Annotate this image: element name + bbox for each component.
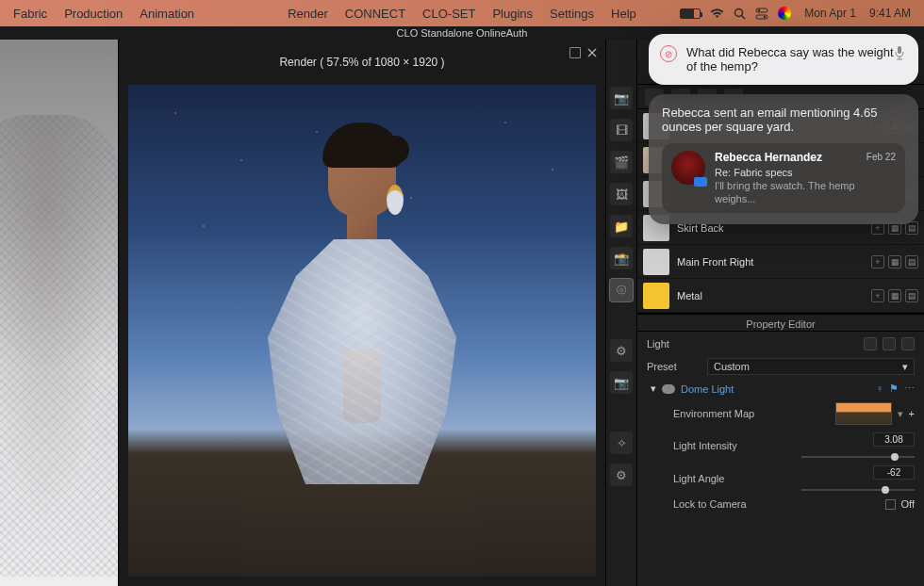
render-header: Render ( 57.5% of 1080 × 1920 ) bbox=[119, 40, 605, 85]
siri-question-text: What did Rebecca say was the weight of t… bbox=[686, 45, 905, 73]
menu-fabric[interactable]: Fabric bbox=[13, 7, 47, 21]
preset-dropdown[interactable]: Custom ▾ bbox=[707, 358, 915, 375]
tool-camera2-icon[interactable]: 📷 bbox=[610, 371, 633, 394]
add-icon[interactable]: + bbox=[871, 255, 884, 269]
render-title: Render ( 57.5% of 1080 × 1920 ) bbox=[279, 56, 444, 69]
mac-menubar: Fabric Production Animation Render CONNE… bbox=[0, 0, 924, 26]
reset-icon[interactable] bbox=[901, 337, 915, 350]
menubar-status: Mon Apr 1 9:41 AM bbox=[680, 7, 911, 20]
object-thumbnail bbox=[643, 249, 669, 275]
render-popout-icon[interactable] bbox=[569, 47, 581, 58]
menu-production[interactable]: Production bbox=[64, 7, 123, 21]
tool-film-icon[interactable]: 🎞 bbox=[610, 119, 633, 141]
email-subject: Re: Fabric specs bbox=[715, 166, 896, 179]
dome-light-row[interactable]: ▾ Dome Light ♀ ⚑ ⋯ bbox=[647, 383, 915, 395]
dome-light-label: Dome Light bbox=[681, 383, 734, 395]
microphone-icon[interactable] bbox=[892, 45, 907, 60]
tool-gear-icon[interactable]: ⚙ bbox=[610, 339, 633, 362]
env-map-add-icon[interactable]: + bbox=[909, 408, 915, 419]
svg-point-4 bbox=[758, 8, 760, 10]
panel-popout-icon[interactable] bbox=[103, 43, 114, 55]
flag-icon[interactable]: ⚑ bbox=[889, 383, 899, 395]
more-icon[interactable]: ▤ bbox=[905, 289, 918, 302]
email-date: Feb 22 bbox=[866, 151, 896, 163]
add-icon[interactable]: + bbox=[871, 289, 884, 302]
search-icon[interactable] bbox=[734, 8, 746, 20]
menu-closet[interactable]: CLO-SET bbox=[422, 7, 475, 21]
siri-icon[interactable] bbox=[778, 7, 791, 20]
menu-connect[interactable]: CONNECT bbox=[345, 7, 405, 21]
email-sender: Rebecca Hernandez bbox=[715, 151, 822, 164]
object-thumbnail bbox=[643, 283, 669, 309]
avatar bbox=[671, 151, 705, 185]
tool-clapper-icon[interactable]: 🎬 bbox=[610, 151, 633, 173]
object-name: Metal bbox=[677, 290, 864, 301]
render-panel: Render ( 57.5% of 1080 × 1920 ) bbox=[119, 40, 605, 586]
property-editor-title: Property Editor bbox=[637, 313, 924, 332]
object-row[interactable]: Metal + ▦ ▤ bbox=[637, 279, 924, 313]
save-icon[interactable] bbox=[883, 337, 896, 350]
tool-image-icon[interactable]: 🖼 bbox=[610, 183, 633, 205]
more-icon[interactable]: ▤ bbox=[905, 255, 918, 269]
siri-prohibit-icon: ⊘ bbox=[660, 45, 677, 62]
light-intensity-label: Light Intensity bbox=[647, 440, 760, 451]
object-row[interactable]: Main Front Right + ▦ ▤ bbox=[637, 245, 924, 279]
env-map-edit-icon[interactable]: ▾ bbox=[898, 408, 903, 420]
open-icon[interactable] bbox=[864, 337, 877, 350]
env-map-label: Environment Map bbox=[647, 408, 760, 419]
light-intensity-slider[interactable] bbox=[801, 456, 915, 458]
menu-help[interactable]: Help bbox=[611, 7, 636, 21]
tool-snapshot-icon[interactable]: 📸 bbox=[610, 247, 633, 269]
env-map-thumbnail[interactable] bbox=[835, 402, 892, 425]
menubar-center-menus: Render CONNECT CLO-SET Plugins Settings … bbox=[288, 7, 636, 21]
svg-point-5 bbox=[764, 15, 766, 17]
svg-point-0 bbox=[735, 8, 743, 16]
siri-email-result[interactable]: Rebecca HernandezFeb 22 Re: Fabric specs… bbox=[662, 143, 905, 213]
close-icon[interactable] bbox=[586, 47, 598, 58]
menu-settings[interactable]: Settings bbox=[550, 7, 594, 21]
light-intensity-value[interactable]: 3.08 bbox=[873, 432, 915, 447]
light-label: Light bbox=[647, 338, 700, 350]
wifi-icon[interactable] bbox=[710, 8, 724, 19]
object-name: Main Front Right bbox=[677, 256, 864, 268]
disclosure-triangle-icon[interactable]: ▾ bbox=[651, 383, 656, 395]
lightbulb-icon[interactable]: ♀ bbox=[876, 383, 883, 395]
menu-render[interactable]: Render bbox=[288, 7, 328, 21]
grid-icon[interactable]: ▦ bbox=[888, 289, 901, 302]
svg-line-1 bbox=[742, 15, 746, 19]
battery-icon[interactable] bbox=[680, 8, 701, 19]
menubar-date[interactable]: Mon Apr 1 bbox=[804, 7, 856, 20]
light-angle-value[interactable]: -62 bbox=[873, 465, 915, 480]
tool-capture-icon[interactable]: ⦾ bbox=[610, 279, 633, 301]
preset-value: Custom bbox=[714, 361, 750, 372]
preset-label: Preset bbox=[647, 361, 700, 372]
menubar-app-menus: Fabric Production Animation bbox=[13, 7, 194, 21]
chevron-down-icon: ▾ bbox=[902, 361, 908, 373]
link-icon[interactable]: ⋯ bbox=[904, 383, 915, 395]
cloud-icon bbox=[662, 384, 675, 394]
siri-query-card: ⊘ What did Rebecca say was the weight of… bbox=[649, 34, 918, 85]
menu-animation[interactable]: Animation bbox=[140, 7, 194, 21]
tool-folder-icon[interactable]: 📁 bbox=[610, 215, 633, 237]
menubar-time[interactable]: 9:41 AM bbox=[869, 7, 911, 20]
lock-camera-value: Off bbox=[901, 498, 915, 510]
siri-response-card: Rebecca sent an email mentioning 4.65 ou… bbox=[649, 94, 918, 224]
wireframe-3d-panel[interactable] bbox=[0, 40, 119, 586]
svg-rect-3 bbox=[756, 15, 767, 19]
tool-wand-icon[interactable]: ✧ bbox=[610, 431, 633, 454]
light-angle-slider[interactable] bbox=[801, 489, 915, 491]
render-tool-strip: 📷 🎞 🎬 🖼 📁 📸 ⦾ ⚙ 📷 ✧ ⚙ bbox=[605, 40, 637, 586]
avatar-wireframe[interactable] bbox=[0, 115, 119, 577]
tool-camera-icon[interactable]: 📷 bbox=[610, 87, 633, 109]
tool-settings-icon[interactable]: ⚙ bbox=[610, 464, 633, 486]
lock-camera-checkbox[interactable] bbox=[885, 499, 896, 510]
menu-plugins[interactable]: Plugins bbox=[492, 7, 533, 21]
email-preview: I'll bring the swatch. The hemp weighs..… bbox=[715, 179, 896, 206]
grid-icon[interactable]: ▦ bbox=[888, 255, 901, 269]
siri-answer-text: Rebecca sent an email mentioning 4.65 ou… bbox=[662, 106, 905, 134]
svg-rect-2 bbox=[756, 8, 767, 12]
property-editor-body: Light Preset Custom ▾ ▾ Dome Light bbox=[637, 332, 924, 515]
render-viewport[interactable] bbox=[128, 85, 596, 577]
control-center-icon[interactable] bbox=[755, 8, 768, 20]
earring bbox=[387, 185, 404, 215]
